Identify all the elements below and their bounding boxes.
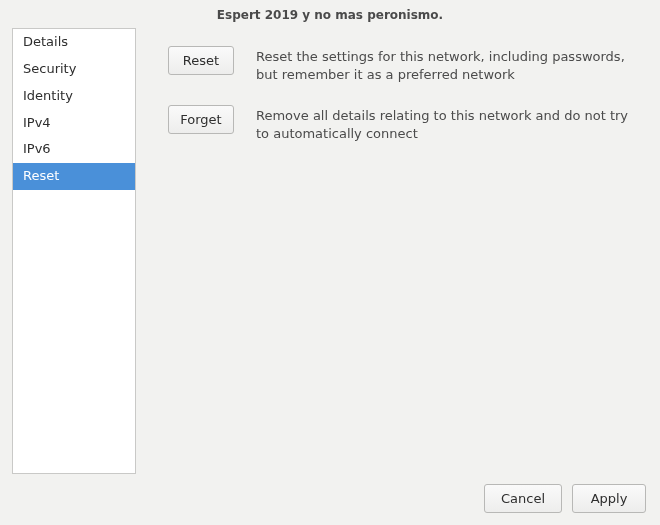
- forget-description: Remove all details relating to this netw…: [256, 105, 634, 142]
- window-title: Espert 2019 y no mas peronismo.: [0, 0, 660, 28]
- reset-panel: Reset Reset the settings for this networ…: [168, 28, 648, 474]
- sidebar-item-ipv4[interactable]: IPv4: [13, 110, 135, 137]
- sidebar-item-security[interactable]: Security: [13, 56, 135, 83]
- sidebar-item-identity[interactable]: Identity: [13, 83, 135, 110]
- settings-sidebar: Details Security Identity IPv4 IPv6 Rese…: [12, 28, 136, 474]
- reset-button[interactable]: Reset: [168, 46, 234, 75]
- forget-button[interactable]: Forget: [168, 105, 234, 134]
- dialog-footer: Cancel Apply: [0, 474, 660, 525]
- sidebar-item-ipv6[interactable]: IPv6: [13, 136, 135, 163]
- sidebar-item-label: Reset: [23, 168, 59, 183]
- sidebar-item-reset[interactable]: Reset: [13, 163, 135, 190]
- sidebar-item-label: Security: [23, 61, 76, 76]
- sidebar-item-label: Identity: [23, 88, 73, 103]
- reset-description: Reset the settings for this network, inc…: [256, 46, 634, 83]
- forget-row: Forget Remove all details relating to th…: [168, 105, 634, 142]
- sidebar-item-label: IPv4: [23, 115, 51, 130]
- content-area: Details Security Identity IPv4 IPv6 Rese…: [0, 28, 660, 474]
- sidebar-item-details[interactable]: Details: [13, 29, 135, 56]
- sidebar-item-label: Details: [23, 34, 68, 49]
- apply-button[interactable]: Apply: [572, 484, 646, 513]
- reset-row: Reset Reset the settings for this networ…: [168, 46, 634, 83]
- sidebar-item-label: IPv6: [23, 141, 51, 156]
- network-settings-window: Espert 2019 y no mas peronismo. Details …: [0, 0, 660, 525]
- cancel-button[interactable]: Cancel: [484, 484, 562, 513]
